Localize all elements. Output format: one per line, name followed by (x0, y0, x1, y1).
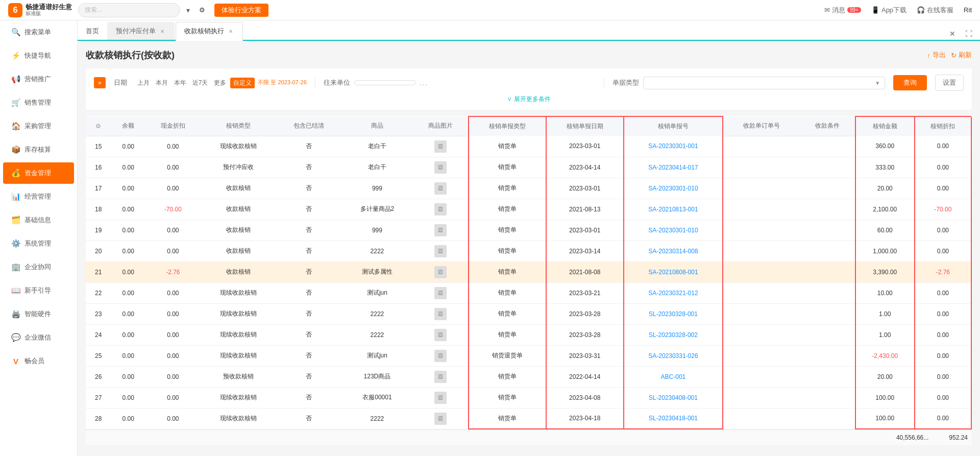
tab-expand-action[interactable]: ⛶ (963, 28, 975, 40)
bill-no-link[interactable]: ABC-001 (661, 373, 686, 380)
refresh-button[interactable]: ↻ 刷新 (951, 51, 972, 60)
bill-no-link[interactable]: SA-20230301-001 (648, 142, 698, 150)
bill-no-link[interactable]: SA-20210813-001 (648, 206, 698, 213)
voucher-type-select[interactable]: ▾ (643, 77, 885, 89)
date-btn-this-year[interactable]: 本年 (172, 78, 188, 88)
sidebar-item-sales[interactable]: 🛒 销售管理 (3, 92, 74, 113)
bill-no-link[interactable]: SA-20210808-001 (648, 269, 698, 276)
vip-icon: V (11, 356, 20, 366)
td-balance: 0.00 (111, 324, 145, 345)
online-service-label: 在线客服 (927, 6, 953, 15)
column-settings-icon[interactable]: ⚙ (95, 123, 101, 130)
td-bill-report-date: 2023-03-01 (546, 178, 624, 199)
sidebar-item-enterprise[interactable]: 🏢 企业协同 (3, 256, 74, 278)
sidebar-item-inventory[interactable]: 📦 库存核算 (3, 139, 74, 160)
td-writeoff-amount: 60.00 (855, 220, 915, 241)
app-download-item[interactable]: 📱 App下载 (871, 6, 906, 15)
bill-no-link[interactable]: SL-20230328-002 (649, 331, 698, 339)
sidebar-label-operations: 经营管理 (24, 192, 51, 201)
table-row: 15 0.00 0.00 现续收款核销 否 老白干 🖼 销货单 2023-03-… (86, 136, 971, 157)
sidebar-item-vip[interactable]: V 畅会员 (3, 350, 74, 372)
td-goods: 2222 (341, 408, 412, 429)
tab-collection-close[interactable]: ✕ (227, 28, 234, 35)
td-goods: 测试jun (341, 282, 412, 303)
bill-no-link[interactable]: SL-20230408-001 (649, 394, 698, 401)
export-button[interactable]: ↑ 导出 (927, 51, 946, 60)
td-writeoff-amount: 100.00 (855, 408, 915, 429)
dropdown-button[interactable]: ▾ (186, 6, 190, 14)
date-btn-this-month[interactable]: 本月 (154, 78, 170, 88)
td-receipt-order-no (723, 303, 799, 324)
td-receipt-condition (799, 136, 855, 157)
table-row: 26 0.00 0.00 预收款核销 否 123D商品 🖼 销货单 2022-0… (86, 366, 971, 387)
sidebar-item-purchase[interactable]: 🏠 采购管理 (3, 115, 74, 137)
sidebar-item-baseinfo[interactable]: 🗂️ 基础信息 (3, 209, 74, 231)
td-writeoff-discount: 0.00 (915, 303, 971, 324)
bill-no-link[interactable]: SL-20230418-001 (649, 415, 698, 422)
sidebar-item-operations[interactable]: 📊 经营管理 (3, 186, 74, 207)
table-scroll-wrapper[interactable]: ⚙ 余额 现金折扣 核销类型 包含已结清 商品 商品图片 核销单报类型 核销单报… (86, 116, 972, 429)
sidebar-item-system[interactable]: ⚙️ 系统管理 (3, 233, 74, 254)
tab-prepay[interactable]: 预付冲应付单 ✕ (107, 22, 175, 40)
th-writeoff-discount: 核销折扣 (915, 116, 971, 136)
refresh-label: 刷新 (959, 51, 972, 60)
tab-close-action[interactable]: ✕ (946, 28, 959, 40)
tab-collection-label: 收款核销执行 (184, 27, 224, 36)
counterpart-input[interactable] (354, 80, 415, 85)
lightning-icon: ⚡ (11, 51, 20, 60)
td-writeoff-amount: 360.00 (855, 136, 915, 157)
main-layout: 🔍 搜索菜单 ⚡ 快捷导航 📢 营销推广 🛒 销售管理 🏠 采购管理 📦 库存核… (0, 20, 980, 456)
settings-icon[interactable]: ⚙ (196, 4, 208, 16)
bill-no-link[interactable]: SL-20230328-001 (649, 310, 698, 318)
notification-item[interactable]: ✉ 消息 99+ (824, 6, 861, 15)
tab-home[interactable]: 首页 (78, 22, 107, 40)
sidebar-item-finance[interactable]: 💰 资金管理 (3, 162, 74, 184)
bill-no-link[interactable]: SA-20230301-010 (648, 227, 698, 234)
filter-expand-button[interactable]: » (94, 77, 106, 88)
sidebar-item-hardware[interactable]: 🖨️ 智能硬件 (3, 303, 74, 325)
date-btn-custom[interactable]: 自定义 (230, 78, 255, 88)
sidebar-item-marketing[interactable]: 📢 营销推广 (3, 68, 74, 90)
th-receipt-order-no: 收款单订单号 (723, 116, 799, 136)
sidebar-item-guide[interactable]: 📖 新手引导 (3, 280, 74, 301)
date-btn-last-month[interactable]: 上月 (135, 78, 152, 88)
td-bill-report-type: 销货单 (469, 220, 546, 241)
tab-bar-actions: ✕ ⛶ (946, 28, 980, 40)
bill-no-link[interactable]: SA-20230331-026 (648, 352, 698, 359)
td-included-settled: 否 (276, 282, 341, 303)
date-btn-7days[interactable]: 近7天 (190, 78, 210, 88)
tab-collection[interactable]: 收款核销执行 ✕ (176, 22, 243, 41)
td-included-settled: 否 (276, 324, 341, 345)
user-name[interactable]: Rit (964, 6, 972, 14)
sidebar-item-search[interactable]: 🔍 搜索菜单 (3, 21, 74, 43)
bill-no-link[interactable]: SA-20230301-010 (648, 185, 698, 192)
query-button[interactable]: 查询 (893, 75, 927, 90)
sidebar-item-wechat[interactable]: 💬 企业微信 (3, 327, 74, 348)
table-row: 28 0.00 0.00 现续收款核销 否 2222 🖼 销货单 2023-04… (86, 408, 971, 429)
expand-more-conditions[interactable]: ∨ 展开更多条件 (94, 95, 964, 104)
sidebar-item-quicknav[interactable]: ⚡ 快捷导航 (3, 45, 74, 66)
bill-no-link[interactable]: SA-20230314-008 (648, 248, 698, 255)
td-bill-no: SL-20230408-001 (624, 387, 723, 408)
settings-button[interactable]: 设置 (935, 75, 964, 91)
solution-button[interactable]: 体验行业方案 (214, 4, 268, 17)
td-num: 28 (86, 408, 111, 429)
refresh-icon: ↻ (951, 52, 957, 59)
online-service-item[interactable]: 🎧 在线客服 (917, 6, 953, 15)
td-receipt-condition (799, 324, 855, 345)
bill-no-link[interactable]: SA-20230321-012 (648, 290, 698, 297)
tab-prepay-close[interactable]: ✕ (159, 28, 166, 35)
td-receipt-condition (799, 199, 855, 220)
td-bill-report-type: 销货单 (469, 261, 546, 282)
td-bill-report-date: 2023-03-31 (546, 345, 624, 366)
date-btn-more[interactable]: 更多 (212, 78, 228, 88)
page-header: 收款核销执行(按收款) ↑ 导出 ↻ 刷新 (86, 49, 972, 61)
bill-no-link[interactable]: SA-20230414-017 (648, 164, 698, 171)
search-icon: 🔍 (11, 28, 20, 37)
sidebar-label-inventory: 库存核算 (24, 145, 51, 154)
td-included-settled: 否 (276, 366, 341, 387)
td-num: 26 (86, 366, 111, 387)
td-receipt-order-no (723, 261, 799, 282)
sidebar-label-search: 搜索菜单 (24, 28, 51, 37)
td-goods: 衣服00001 (341, 387, 412, 408)
